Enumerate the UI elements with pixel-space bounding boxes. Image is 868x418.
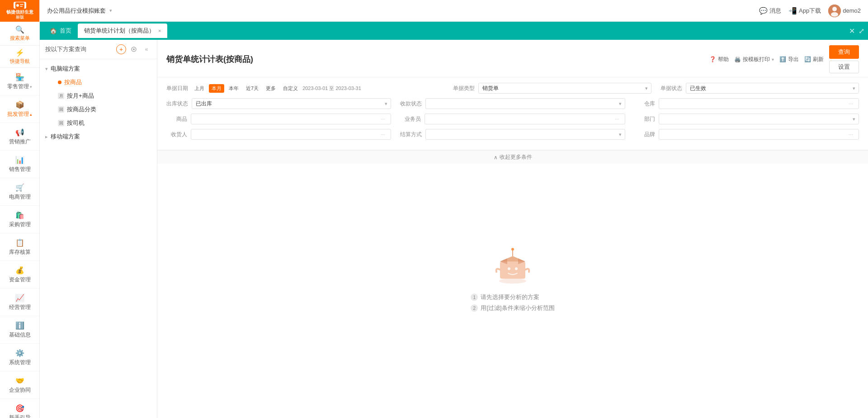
- sidebar-item-enterprise[interactable]: 🤝 企业协同: [0, 371, 39, 399]
- ecommerce-icon: 🛒: [15, 183, 24, 192]
- logo-text: 畅捷信好生意标版: [6, 10, 33, 20]
- receiver-input[interactable]: [195, 131, 379, 138]
- date-last-month[interactable]: 上月: [192, 84, 207, 93]
- field-warehouse: 仓库 ···: [634, 98, 859, 109]
- doc-type-select[interactable]: 销货单: [478, 83, 651, 94]
- user-profile-btn[interactable]: demo2: [828, 5, 861, 17]
- sidebar-item-marketing[interactable]: 📢 营销推广: [0, 123, 39, 151]
- export-btn[interactable]: ⬆️ 导出: [779, 56, 799, 63]
- date-last-7days[interactable]: 近7天: [243, 84, 261, 93]
- tab-home[interactable]: 🏠 首页: [43, 24, 78, 38]
- date-range-text: 2023-03-01 至 2023-03-31: [302, 85, 361, 92]
- empty-state: 1 请先选择要分析的方案 2 用[过滤]条件来缩小分析范围: [157, 164, 868, 418]
- date-this-month[interactable]: 本月: [209, 84, 224, 93]
- tree-item-by-month-goods[interactable]: 月 按月+商品: [52, 89, 157, 103]
- tree-expand-icon: ▾: [45, 66, 48, 72]
- print-btn[interactable]: 🖨️ 按模板打印 ▾: [734, 56, 774, 63]
- print-dropdown-icon: ▾: [772, 57, 774, 62]
- maximize-btn[interactable]: ⤢: [859, 27, 864, 35]
- message-btn[interactable]: 💬 消息: [759, 7, 781, 15]
- receiver-ellipsis[interactable]: ···: [379, 131, 387, 138]
- salesperson-input[interactable]: [429, 116, 613, 122]
- salesperson-ellipsis[interactable]: ···: [613, 116, 621, 122]
- tabbar: 🏠 首页 销货单统计计划（按商品） × ✕ ⤢: [40, 22, 868, 40]
- tree-section-pc[interactable]: ▾ 电脑端方案: [40, 62, 157, 76]
- sidebar-search[interactable]: 🔍 搜索菜单: [0, 22, 39, 46]
- home-icon: 🏠: [50, 28, 57, 34]
- workspace-dropdown[interactable]: ▾: [109, 8, 112, 14]
- field-doc-status: 单据状态 已生效: [660, 83, 859, 94]
- sidebar-item-operations[interactable]: 📈 经营管理: [0, 289, 39, 316]
- query-action-btns: 查询 设置: [829, 45, 859, 73]
- out-status-select[interactable]: 已出库: [192, 98, 391, 109]
- filter-panel: 按以下方案查询 + « ▾ 电脑端方案: [40, 40, 157, 418]
- sidebar-item-finance[interactable]: 💰 资金管理: [0, 261, 39, 289]
- date-more[interactable]: 更多: [263, 84, 278, 93]
- sidebar-item-inventory[interactable]: 📋 库存核算: [0, 233, 39, 261]
- app-download-btn[interactable]: 📲 App下载: [788, 7, 821, 15]
- dept-select[interactable]: [659, 114, 859, 124]
- field-doc-type: 单据类型 销货单: [453, 83, 651, 94]
- date-this-year[interactable]: 本年: [226, 84, 241, 93]
- collapse-panel-btn[interactable]: «: [142, 44, 151, 54]
- filter-row-2: 出库状态 已出库 收款状态: [166, 98, 859, 109]
- sidebar-nav-quick[interactable]: ⚡ 快捷导航: [0, 46, 39, 68]
- settlement-select[interactable]: [425, 129, 625, 140]
- collapse-more-btn[interactable]: ∧ 收起更多条件: [157, 150, 868, 164]
- tree-item-by-goods[interactable]: 按商品: [52, 76, 157, 89]
- field-doc-date: 单据日期 上月 本月 本年 近7天 更多 自定义 2023-03-01 至 20…: [166, 84, 444, 93]
- inventory-icon: 📋: [15, 238, 24, 247]
- brand-input[interactable]: [663, 131, 847, 138]
- date-quick-btns: 上月 本月 本年 近7天 更多 自定义: [192, 84, 301, 93]
- chevron-down-icon: ▾: [30, 85, 32, 89]
- warehouse-input[interactable]: [663, 100, 847, 107]
- goods-cat-icon: 回: [58, 106, 64, 113]
- payment-status-select-wrap: [425, 98, 625, 109]
- filter-row-4: 收货人 ··· 结算方式: [166, 129, 859, 140]
- sidebar-item-retail[interactable]: 🏪 零售管理 ▾: [0, 68, 39, 95]
- sidebar-item-sales[interactable]: 📊 销售管理: [0, 151, 39, 178]
- tree-item-by-driver[interactable]: 回 按司机: [52, 116, 157, 130]
- scheme-tree: ▾ 电脑端方案 按商品 月 按月+商品 回 按商品分类: [40, 59, 157, 146]
- edit-scheme-btn[interactable]: [129, 44, 139, 54]
- doc-status-label: 单据状态: [660, 85, 686, 92]
- tree-section-mobile[interactable]: ▸ 移动端方案: [40, 130, 157, 143]
- purchase-icon: 🛍️: [15, 210, 24, 219]
- topbar: 办公用品行业模拟账套 ▾ 💬 消息 📲 App下载 demo2: [40, 0, 868, 22]
- tab-sales-stat[interactable]: 销货单统计计划（按商品） ×: [78, 24, 167, 38]
- tab-close-btn[interactable]: ×: [158, 28, 161, 33]
- svg-point-11: [508, 267, 510, 270]
- field-goods: 商品 ···: [166, 114, 391, 124]
- empty-tip-2: 2 用[过滤]条件来缩小分析范围: [471, 304, 554, 312]
- close-tab-btn[interactable]: ✕: [849, 27, 855, 35]
- query-btn[interactable]: 查询: [829, 45, 859, 59]
- payment-status-select[interactable]: [425, 98, 625, 109]
- warehouse-ellipsis[interactable]: ···: [847, 100, 855, 107]
- query-header-actions: ❓ 帮助 🖨️ 按模板打印 ▾ ⬆️ 导出 🔄 刷新: [709, 45, 859, 73]
- goods-ellipsis[interactable]: ···: [379, 116, 387, 122]
- export-icon: ⬆️: [779, 56, 786, 62]
- help-btn[interactable]: ❓ 帮助: [709, 56, 729, 63]
- sidebar-item-guide[interactable]: 🎯 新手引导: [0, 399, 39, 418]
- tree-item-by-goods-cat[interactable]: 回 按商品分类: [52, 103, 157, 116]
- filter-form: 单据日期 上月 本月 本年 近7天 更多 自定义 2023-03-01 至 20…: [157, 77, 868, 150]
- print-icon: 🖨️: [734, 56, 741, 62]
- sidebar-item-ecommerce[interactable]: 🛒 电商管理: [0, 178, 39, 206]
- filter-panel-header-actions: + «: [116, 44, 151, 54]
- goods-input[interactable]: [195, 116, 379, 122]
- month-icon: 月: [58, 93, 64, 99]
- sidebar-item-purchase[interactable]: 🛍️ 采购管理: [0, 206, 39, 233]
- date-custom[interactable]: 自定义: [280, 84, 301, 93]
- sidebar-item-wholesale[interactable]: 📦 批发管理 ▴: [0, 95, 39, 123]
- chevron-up-icon: ▴: [30, 112, 32, 117]
- svg-rect-3: [20, 6, 23, 7]
- svg-point-1: [16, 4, 19, 7]
- add-scheme-btn[interactable]: +: [116, 44, 126, 54]
- refresh-btn[interactable]: 🔄 刷新: [804, 56, 824, 63]
- settings-btn[interactable]: 设置: [829, 61, 859, 73]
- sidebar-item-basic[interactable]: ℹ️ 基础信息: [0, 316, 39, 344]
- brand-ellipsis[interactable]: ···: [847, 131, 855, 138]
- doc-status-select[interactable]: 已生效: [686, 83, 859, 94]
- sidebar-item-system[interactable]: ⚙️ 系统管理: [0, 344, 39, 371]
- out-status-select-wrap: 已出库: [192, 98, 391, 109]
